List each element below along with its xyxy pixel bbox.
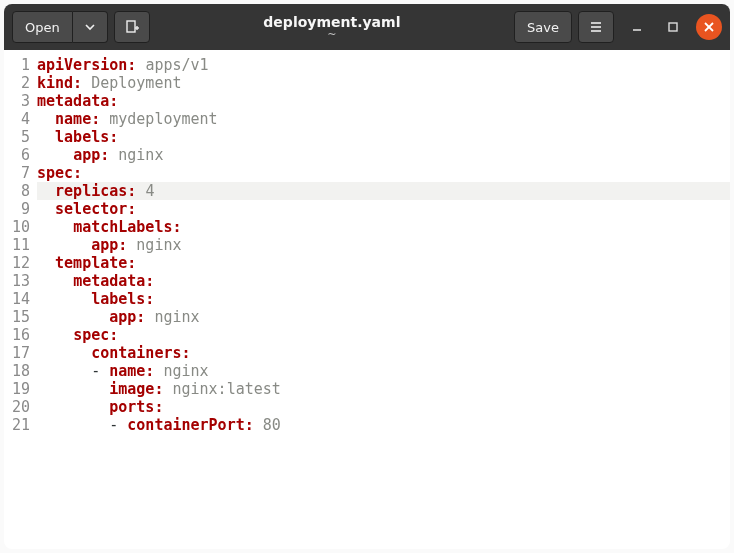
editor-area[interactable]: 123456789101112131415161718192021 apiVer… [4,50,730,549]
code-line: - name: nginx [37,362,730,380]
save-label: Save [527,20,559,35]
line-number: 12 [4,254,30,272]
line-number: 3 [4,92,30,110]
line-number: 18 [4,362,30,380]
close-icon [703,21,715,33]
new-tab-button[interactable] [114,11,150,43]
title-center: deployment.yaml ~ [156,14,508,41]
code-line: name: mydeployment [37,110,730,128]
chevron-down-icon [85,22,95,32]
minimize-icon [631,21,643,33]
code-content[interactable]: apiVersion: apps/v1kind: Deploymentmetad… [33,50,730,549]
code-line: labels: [37,290,730,308]
document-subtitle: ~ [156,28,508,41]
line-number: 14 [4,290,30,308]
code-line: ports: [37,398,730,416]
open-dropdown-button[interactable] [73,11,108,43]
code-line: - containerPort: 80 [37,416,730,434]
code-line: kind: Deployment [37,74,730,92]
open-button[interactable]: Open [12,11,73,43]
save-button[interactable]: Save [514,11,572,43]
code-line: labels: [37,128,730,146]
hamburger-icon [589,20,603,34]
line-number-gutter: 123456789101112131415161718192021 [4,50,33,549]
line-number: 10 [4,218,30,236]
line-number: 5 [4,128,30,146]
line-number: 19 [4,380,30,398]
line-number: 7 [4,164,30,182]
svg-rect-0 [127,21,135,32]
line-number: 1 [4,56,30,74]
line-number: 2 [4,74,30,92]
line-number: 6 [4,146,30,164]
title-bar: Open deployment.yaml ~ Save [4,4,730,50]
code-line: apiVersion: apps/v1 [37,56,730,74]
code-line: image: nginx:latest [37,380,730,398]
line-number: 4 [4,110,30,128]
code-line: spec: [37,326,730,344]
window-minimize-button[interactable] [624,14,650,40]
code-line: app: nginx [37,236,730,254]
line-number: 20 [4,398,30,416]
window-close-button[interactable] [696,14,722,40]
open-button-group: Open [12,11,108,43]
code-line: metadata: [37,272,730,290]
line-number: 13 [4,272,30,290]
new-document-icon [124,19,140,35]
maximize-icon [667,21,679,33]
code-line: containers: [37,344,730,362]
code-line: app: nginx [37,146,730,164]
line-number: 8 [4,182,30,200]
line-number: 17 [4,344,30,362]
code-line: template: [37,254,730,272]
hamburger-menu-button[interactable] [578,11,614,43]
line-number: 9 [4,200,30,218]
open-label: Open [25,20,60,35]
line-number: 16 [4,326,30,344]
svg-rect-7 [669,23,677,31]
line-number: 21 [4,416,30,434]
line-number: 15 [4,308,30,326]
window-maximize-button[interactable] [660,14,686,40]
code-line: matchLabels: [37,218,730,236]
line-number: 11 [4,236,30,254]
code-line: app: nginx [37,308,730,326]
code-line: selector: [37,200,730,218]
code-line: metadata: [37,92,730,110]
code-line: spec: [37,164,730,182]
code-line: replicas: 4 [37,182,730,200]
